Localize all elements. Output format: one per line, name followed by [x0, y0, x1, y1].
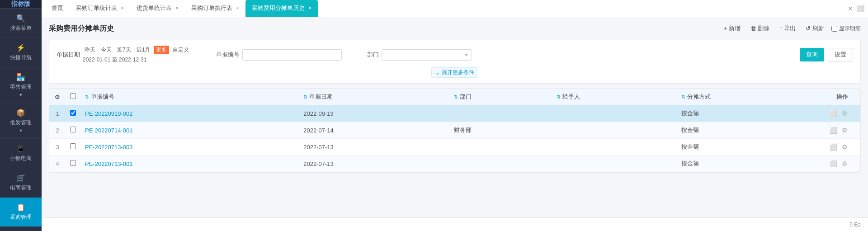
show-columns-input[interactable]	[831, 26, 837, 32]
dept-filter-select[interactable]: 财务部	[382, 49, 472, 61]
row-action-cell: ⬜ ⚙	[824, 105, 860, 122]
row-split-method-cell: 按金额	[677, 139, 824, 156]
tab-home[interactable]: 首页	[45, 0, 70, 17]
tab-close-icon[interactable]: ×	[308, 5, 311, 11]
date-range-display: 2022-01-01 至 2022-12-31	[83, 56, 191, 64]
row-checkbox[interactable]	[70, 127, 76, 132]
tab-close-icon[interactable]: ×	[175, 5, 179, 11]
tab-purchase-summary[interactable]: 采购订单统计表 ×	[70, 0, 130, 17]
tab-close-icon[interactable]: ×	[121, 5, 124, 11]
table-row[interactable]: 1 PE-20220919-002 2022-09-19 按金额 ⬜ ⚙	[49, 105, 860, 122]
filter-dept-item: 部门 财务部	[367, 49, 472, 61]
row-settings-cell: 3	[49, 139, 66, 156]
sidebar-item-wholesale[interactable]: 📦 批发管理 ▼	[0, 103, 42, 139]
refresh-button[interactable]: ↺ 刷新	[803, 23, 827, 34]
expand-conditions-button[interactable]: ⌄ 展开更多条件	[431, 67, 478, 78]
edit-icon[interactable]: ⬜	[829, 159, 838, 168]
row-doc-date-cell: 2022-07-13	[299, 139, 449, 156]
col-action: 操作	[824, 89, 860, 105]
tab-label: 采购费用分摊单历史	[252, 4, 305, 12]
settings-button[interactable]: 设置	[828, 48, 853, 61]
table-container: ⚙ ⇅ 单据编号 ⇅ 单据日期	[49, 88, 861, 173]
sidebar-item-purchase[interactable]: 📋 采购管理	[0, 198, 42, 227]
expand-label: 展开更多条件	[442, 69, 474, 76]
detail-icon[interactable]: ⚙	[841, 142, 849, 151]
date-btn-custom[interactable]: 自定义	[171, 46, 191, 54]
add-button[interactable]: + 新增	[721, 23, 743, 34]
dept-select-wrapper: 财务部	[382, 49, 472, 61]
date-filter-group: 昨天 今天 近7天 近1月 更多 自定义 2022-01-01 至 2022-1…	[83, 46, 191, 64]
sort-icon[interactable]: ⇅	[454, 94, 458, 99]
edit-icon[interactable]: ⬜	[829, 126, 838, 135]
settings-icon[interactable]: ⚙	[55, 94, 60, 100]
show-columns-label: 显示明细	[839, 25, 861, 33]
table-row[interactable]: 2 PE-20220714-001 2022-07-14 财务部 按金额 ⬜ ⚙	[49, 122, 860, 139]
docno-filter-input[interactable]	[242, 49, 342, 61]
row-settings-cell: 1	[49, 105, 66, 122]
sort-icon[interactable]: ⇅	[681, 94, 685, 99]
tab-purchase-exec[interactable]: 采购订单执行表 ×	[185, 0, 245, 17]
sidebar-item-mobile[interactable]: 📱 小畅电商	[0, 139, 42, 168]
select-all-checkbox[interactable]	[70, 93, 76, 99]
tab-purchase-fee[interactable]: 采购费用分摊单历史 ×	[245, 0, 318, 17]
row-dept-cell	[449, 139, 552, 156]
page-title: 采购费用分摊单历史	[49, 24, 114, 33]
row-doc-date-cell: 2022-07-13	[299, 156, 449, 172]
tab-close-icon[interactable]: ×	[236, 5, 239, 11]
row-checkbox[interactable]	[70, 160, 76, 166]
table-row[interactable]: 4 PE-20220713-001 2022-07-13 按金额 ⬜ ⚙	[49, 156, 860, 172]
close-window-icon[interactable]: ✕	[848, 5, 853, 12]
edit-icon[interactable]: ⬜	[829, 109, 838, 118]
action-icons: ⬜ ⚙	[829, 126, 856, 135]
tab-label: 采购订单执行表	[191, 4, 232, 12]
sidebar-item-label: 快捷导航	[10, 54, 32, 61]
sidebar-item-quick[interactable]: ⚡ 快捷导航	[0, 38, 42, 67]
doc-no-link[interactable]: PE-20220713-001	[85, 160, 133, 167]
doc-no-link[interactable]: PE-20220713-003	[85, 144, 133, 151]
tab-purchase-goods[interactable]: 进货单统计表 ×	[130, 0, 185, 17]
detail-icon[interactable]: ⚙	[841, 126, 849, 135]
table-body: 1 PE-20220919-002 2022-09-19 按金额 ⬜ ⚙ 2	[49, 105, 860, 172]
maximize-window-icon[interactable]: ⬜	[857, 5, 864, 12]
sidebar-item-inventory[interactable]: 🗃️ 库存核算	[0, 227, 42, 231]
count-label: 0 Ea	[849, 222, 861, 228]
sidebar-item-search[interactable]: 🔍 搜索菜单	[0, 9, 42, 38]
delete-button[interactable]: 🗑 删除	[748, 23, 773, 34]
doc-no-link[interactable]: PE-20220714-001	[85, 127, 133, 134]
row-handler-cell	[552, 156, 677, 172]
sort-icon[interactable]: ⇅	[85, 94, 89, 99]
col-checkbox	[66, 89, 80, 105]
table-row[interactable]: 3 PE-20220713-003 2022-07-13 按金额 ⬜ ⚙	[49, 139, 860, 156]
row-checkbox-cell[interactable]	[66, 105, 80, 122]
filter-row: 单据日期 昨天 今天 近7天 近1月 更多 自定义 2022-01-01 至 2…	[57, 46, 853, 64]
date-btn-yesterday[interactable]: 昨天	[83, 46, 97, 54]
doc-no-link[interactable]: PE-20220919-002	[85, 110, 133, 117]
row-doc-no-cell: PE-20220713-003	[80, 139, 299, 156]
date-btn-more[interactable]: 更多	[154, 46, 169, 54]
sort-icon[interactable]: ⇅	[303, 94, 307, 99]
edit-icon[interactable]: ⬜	[829, 142, 838, 151]
row-settings-cell: 2	[49, 122, 66, 139]
date-btn-7days[interactable]: 近7天	[115, 46, 133, 54]
row-checkbox-cell[interactable]	[66, 122, 80, 139]
sidebar-item-retail[interactable]: 🏪 零售管理 ▼	[0, 67, 42, 103]
row-checkbox-cell[interactable]	[66, 139, 80, 156]
col-settings[interactable]: ⚙	[49, 89, 66, 105]
sort-icon[interactable]: ⇅	[557, 94, 561, 99]
filter-date-item: 单据日期 昨天 今天 近7天 近1月 更多 自定义 2022-01-01 至 2…	[57, 46, 191, 64]
row-checkbox[interactable]	[70, 143, 76, 149]
date-btn-1month[interactable]: 近1月	[135, 46, 152, 54]
row-checkbox[interactable]	[70, 110, 76, 116]
search-button[interactable]: 查询	[800, 48, 824, 61]
row-checkbox-cell[interactable]	[66, 156, 80, 172]
date-btn-today[interactable]: 今天	[99, 46, 113, 54]
detail-icon[interactable]: ⚙	[841, 159, 849, 168]
row-dept-cell	[449, 105, 552, 122]
export-button[interactable]: ↑ 导出	[777, 23, 798, 34]
sidebar-logo: 指标版	[0, 0, 42, 9]
sidebar-item-ecommerce[interactable]: 🛒 电商管理	[0, 168, 42, 198]
show-columns-checkbox[interactable]: 显示明细	[831, 25, 861, 33]
detail-icon[interactable]: ⚙	[841, 109, 849, 118]
row-doc-no-cell: PE-20220714-001	[80, 122, 299, 139]
row-settings-cell: 4	[49, 156, 66, 172]
